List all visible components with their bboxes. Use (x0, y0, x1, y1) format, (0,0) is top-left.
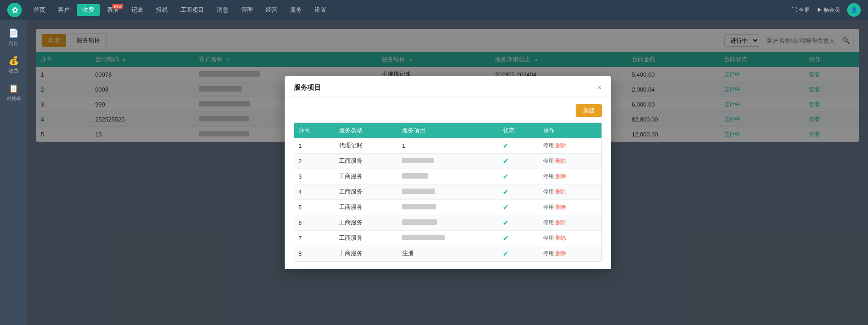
modal-cell-type: 工商服务 (335, 246, 398, 261)
sidebar-item-contract[interactable]: 📄 合同 (1, 24, 26, 50)
modal-cell-status: ✔ (498, 246, 538, 261)
delete-button[interactable]: 删除 (555, 157, 566, 165)
modal-add-button[interactable]: 新建 (576, 104, 602, 117)
modal-cell-item: 注册 (398, 246, 498, 261)
list-item: 4 工商服务 ✔ 停用 删除 (294, 184, 601, 199)
service-table: 序号 服务类型 服务项目 状态 操作 1 代理记账 1 ✔ (294, 123, 601, 262)
modal-toolbar: 新建 (294, 104, 602, 117)
reconcile-icon: 📋 (9, 83, 19, 93)
modal-cell-type: 工商服务 (335, 199, 398, 215)
modal-cell-status: ✔ (498, 230, 538, 246)
modal-col-type: 服务类型 (335, 123, 398, 138)
modal-cell-action: 停用 删除 (538, 153, 601, 169)
modal-cell-seq: 1 (294, 138, 335, 154)
modal-cell-seq: 8 (294, 246, 335, 261)
nav-message[interactable]: 消息 (211, 4, 234, 16)
modal-cell-action: 停用 删除 (538, 246, 601, 261)
list-item: 1 代理记账 1 ✔ 停用 删除 (294, 138, 601, 154)
list-item: 7 工商服务 ✔ 停用 删除 (294, 230, 601, 246)
modal-cell-type: 代理记账 (335, 138, 398, 154)
modal-cell-item (398, 230, 498, 246)
modal-cell-item: 1 (398, 138, 498, 154)
modal-cell-type: 工商服务 (335, 230, 398, 246)
modal-cell-item (398, 169, 498, 184)
modal-cell-status: ✔ (498, 184, 538, 199)
delete-button[interactable]: 删除 (555, 219, 566, 227)
nav-right: ⛶ 全屏 ▶ 畅会员 👤 (791, 3, 861, 17)
nav-bookkeeping[interactable]: 记账 (126, 4, 149, 16)
nav-client[interactable]: 客户 (53, 4, 75, 16)
modal-close-button[interactable]: × (597, 83, 602, 92)
modal-cell-seq: 5 (294, 199, 335, 215)
logo: ✿ (7, 3, 22, 17)
sidebar: 📄 合同 💰 收费 📋 对账单 (0, 20, 27, 325)
main-layout: 📄 合同 💰 收费 📋 对账单 新增 服务项目 (0, 20, 868, 325)
delete-button[interactable]: 删除 (555, 173, 566, 180)
modal-cell-seq: 2 (294, 153, 335, 169)
sidebar-item-reconcile[interactable]: 📋 对账单 (1, 80, 26, 106)
stop-button[interactable]: 停用 (543, 188, 554, 196)
stop-button[interactable]: 停用 (543, 142, 554, 150)
modal-cell-status: ✔ (498, 215, 538, 230)
modal-cell-action: 停用 删除 (538, 230, 601, 246)
service-modal: 服务项目 × 新建 序号 服务类型 (285, 76, 611, 269)
modal-col-action: 操作 (538, 123, 601, 138)
delete-button[interactable]: 删除 (555, 250, 566, 257)
avatar[interactable]: 👤 (847, 3, 861, 17)
nav-operation[interactable]: 经营 (260, 4, 283, 16)
list-item: 6 工商服务 ✔ 停用 删除 (294, 215, 601, 230)
delete-button[interactable]: 删除 (555, 188, 566, 196)
modal-cell-action: 停用 删除 (538, 184, 601, 199)
modal-title: 服务项目 (294, 83, 321, 92)
modal-cell-action: 停用 删除 (538, 169, 601, 184)
modal-table-wrap: 序号 服务类型 服务项目 状态 操作 1 代理记账 1 ✔ (294, 122, 602, 262)
nav-fee[interactable]: 收费 (77, 4, 100, 16)
contract-icon: 📄 (9, 28, 19, 38)
modal-body: 新建 序号 服务类型 服务项目 状态 操作 (285, 97, 611, 269)
modal-header: 服务项目 × (285, 76, 611, 97)
modal-cell-item (398, 215, 498, 230)
stop-button[interactable]: 停用 (543, 173, 554, 180)
modal-col-status: 状态 (498, 123, 538, 138)
stop-button[interactable]: 停用 (543, 234, 554, 242)
nav-tax[interactable]: 报税 (150, 4, 173, 16)
modal-cell-status: ✔ (498, 199, 538, 215)
nav-bill[interactable]: 票据 new (102, 4, 124, 16)
list-item: 8 工商服务 注册 ✔ 停用 删除 (294, 246, 601, 261)
delete-button[interactable]: 删除 (555, 234, 566, 242)
modal-cell-status: ✔ (498, 153, 538, 169)
sidebar-item-fee[interactable]: 💰 收费 (1, 52, 26, 78)
modal-cell-item (398, 199, 498, 215)
stop-button[interactable]: 停用 (543, 157, 554, 165)
modal-overlay[interactable]: 服务项目 × 新建 序号 服务类型 (27, 20, 868, 325)
list-item: 5 工商服务 ✔ 停用 删除 (294, 199, 601, 215)
modal-col-item: 服务项目 (398, 123, 498, 138)
modal-cell-action: 停用 删除 (538, 215, 601, 230)
delete-button[interactable]: 删除 (555, 204, 566, 211)
fullscreen-btn[interactable]: ⛶ 全屏 (791, 6, 809, 14)
stop-button[interactable]: 停用 (543, 250, 554, 257)
nav-home[interactable]: 首页 (28, 4, 51, 16)
nav-bill-badge: new (112, 4, 123, 9)
nav-settings[interactable]: 设置 (309, 4, 332, 16)
nav-service[interactable]: 服务 (285, 4, 307, 16)
modal-cell-item (398, 184, 498, 199)
modal-cell-seq: 6 (294, 215, 335, 230)
delete-button[interactable]: 删除 (555, 142, 566, 150)
list-item: 3 工商服务 ✔ 停用 删除 (294, 169, 601, 184)
member-btn[interactable]: ▶ 畅会员 (817, 6, 840, 14)
modal-cell-seq: 4 (294, 184, 335, 199)
nav-manage[interactable]: 管理 (236, 4, 258, 16)
nav-business[interactable]: 工商项目 (175, 4, 209, 16)
stop-button[interactable]: 停用 (543, 219, 554, 227)
stop-button[interactable]: 停用 (543, 204, 554, 211)
modal-cell-type: 工商服务 (335, 169, 398, 184)
modal-cell-seq: 3 (294, 169, 335, 184)
modal-cell-status: ✔ (498, 138, 538, 154)
modal-cell-action: 停用 删除 (538, 199, 601, 215)
modal-cell-type: 工商服务 (335, 215, 398, 230)
modal-cell-seq: 7 (294, 230, 335, 246)
top-nav: ✿ 首页 客户 收费 票据 new 记账 报税 工商项目 消息 管理 经营 服务… (0, 0, 868, 20)
list-item: 2 工商服务 ✔ 停用 删除 (294, 153, 601, 169)
modal-cell-status: ✔ (498, 169, 538, 184)
